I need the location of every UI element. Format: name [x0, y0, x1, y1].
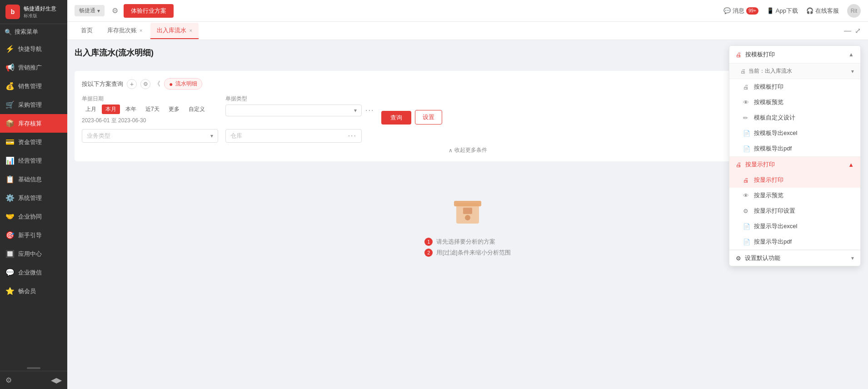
operations-icon: 📊: [5, 156, 15, 165]
doctype-label: 单据类型: [225, 95, 374, 103]
filter-group-doctype: 单据类型 ▾ ···: [225, 95, 374, 116]
display-settings-icon: ⚙: [743, 208, 750, 214]
sidebar-item-system[interactable]: ⚙️ 系统管理: [0, 189, 67, 207]
online-service-button[interactable]: 🎧 在线客服: [806, 7, 839, 15]
sidebar-item-purchase[interactable]: 🛒 采购管理: [0, 95, 67, 114]
display-pdf-icon: 📄: [743, 239, 750, 245]
display-excel-icon: 📄: [743, 223, 750, 230]
app-download-icon: 📱: [767, 7, 774, 14]
dropdown-item-template-print[interactable]: 🖨 按模板打印: [729, 79, 860, 95]
chip-icon: ●: [169, 80, 173, 88]
dropdown-header: 🖨 按模板打印 ▲: [729, 46, 860, 64]
sidebar-item-guide[interactable]: 🎯 新手引导: [0, 226, 67, 244]
system-icon: ⚙️: [5, 194, 15, 202]
dropdown-item-template-export-pdf[interactable]: 📄 按模板导出pdf: [729, 141, 860, 156]
display-preview-icon: 👁: [743, 192, 750, 199]
plus-icon: +: [130, 80, 134, 88]
purchase-icon: 🛒: [5, 100, 15, 109]
template-custom-icon: ✏: [743, 115, 750, 121]
svg-rect-2: [463, 208, 472, 214]
settings-button[interactable]: 设置: [415, 110, 442, 125]
dropdown-item-template-export-excel[interactable]: 📄 按模板导出excel: [729, 125, 860, 141]
tab-inventory-batch[interactable]: 库存批次账 ×: [101, 23, 149, 39]
dropdown-collapse-icon[interactable]: ▲: [848, 51, 854, 58]
svg-rect-1: [454, 201, 481, 206]
query-button[interactable]: 查询: [381, 111, 411, 125]
sidebar-item-corp[interactable]: 🤝 企业协同: [0, 207, 67, 226]
date-tab-current-year[interactable]: 本年: [122, 105, 140, 114]
filter-label: 按以下方案查询: [82, 80, 123, 88]
sub-header-icon: 🖨: [740, 68, 746, 75]
dropdown-item-display-preview[interactable]: 👁 按显示预览: [729, 188, 860, 203]
messages-button[interactable]: 💬 消息 99+: [723, 7, 758, 15]
sidebar-item-shortcut[interactable]: ⚡ 快捷导航: [0, 40, 67, 58]
sidebar-item-marketing[interactable]: 📢 营销推广: [0, 58, 67, 77]
tab-home[interactable]: 首页: [75, 23, 99, 39]
sidebar-item-wechat[interactable]: 💬 企业微信: [0, 263, 67, 282]
dropdown-item-display-export-excel[interactable]: 📄 按显示导出excel: [729, 219, 860, 234]
minimize-btn[interactable]: —: [844, 27, 851, 35]
dropdown-item-template-preview[interactable]: 👁 按模板预览: [729, 95, 860, 110]
inventory-icon: 📦: [5, 119, 15, 128]
filter-chip-flow[interactable]: ● 流水明细: [164, 78, 202, 90]
sidebar-item-apps[interactable]: 🔲 应用中心: [0, 244, 67, 263]
filter-group-biztype: 业务类型 ▾: [82, 129, 218, 143]
biztype-arrow: ▾: [210, 133, 213, 139]
date-tab-current-month[interactable]: 本月: [102, 105, 120, 114]
biztype-select[interactable]: 业务类型 ▾: [82, 129, 218, 143]
warehouse-select[interactable]: 仓库 ···: [225, 129, 362, 143]
dropdown-footer-settings[interactable]: ⚙ 设置默认功能 ▾: [729, 250, 860, 266]
sales-icon: 💰: [5, 82, 15, 90]
template-pdf-icon: 📄: [743, 145, 750, 152]
settings-icon[interactable]: ⚙: [5, 376, 12, 384]
account-selector[interactable]: 畅捷通 ▾: [75, 5, 105, 16]
date-tab-more[interactable]: 更多: [165, 105, 183, 114]
empty-illustration: [449, 194, 486, 230]
display-section-arrow: ▲: [848, 161, 854, 168]
sidebar-item-member[interactable]: ⭐ 畅会员: [0, 282, 67, 300]
search-icon: 🔍: [5, 29, 12, 35]
member-icon: ⭐: [5, 287, 15, 295]
sidebar-item-operations[interactable]: 📊 经营管理: [0, 151, 67, 170]
doctype-select[interactable]: ▾: [225, 105, 362, 116]
date-tab-custom[interactable]: 自定义: [185, 105, 209, 114]
corp-icon: 🤝: [5, 212, 15, 221]
dropdown-item-display-print[interactable]: 🖨 按显示打印: [729, 172, 860, 188]
tab-inventory-flow-close[interactable]: ×: [189, 28, 192, 33]
filter-collapse-button[interactable]: 《: [154, 80, 160, 88]
collapse-sidebar-icon[interactable]: ◀▶: [51, 376, 62, 384]
main-content: 畅捷通 ▾ ⚙ 体验行业方案 💬 消息 99+ 📱 App下载 🎧 在线客服 R…: [67, 0, 868, 389]
industry-solution-button[interactable]: 体验行业方案: [124, 4, 174, 18]
sidebar-item-finance[interactable]: 💳 资金管理: [0, 133, 67, 151]
user-avatar[interactable]: Rit: [847, 4, 861, 18]
dropdown-item-template-custom[interactable]: ✏ 模板自定义设计: [729, 110, 860, 125]
date-tab-last-month[interactable]: 上月: [82, 105, 100, 114]
sidebar-item-sales[interactable]: 💰 销售管理: [0, 77, 67, 95]
sidebar-item-inventory[interactable]: 📦 库存核算: [0, 114, 67, 133]
dropdown-item-display-print-settings[interactable]: ⚙ 按显示打印设置: [729, 203, 860, 219]
date-tabs: 上月 本月 本年 近7天 更多 自定义: [82, 105, 218, 114]
template-excel-icon: 📄: [743, 130, 750, 137]
step-num-2: 2: [424, 249, 433, 257]
online-service-icon: 🎧: [806, 7, 813, 14]
basic-icon: 📋: [5, 175, 15, 184]
search-menu-item[interactable]: 🔍 搜索菜单: [0, 24, 67, 40]
filter-add-button[interactable]: +: [127, 79, 137, 89]
tab-inventory-flow[interactable]: 出入库流水 ×: [150, 23, 198, 39]
tabs-controls: — ⤢: [844, 26, 861, 35]
maximize-btn[interactable]: ⤢: [855, 26, 861, 35]
sidebar-item-basic[interactable]: 📋 基础信息: [0, 170, 67, 189]
dropdown-section-display[interactable]: 🖨 按显示打印 ▲: [729, 157, 860, 172]
doctype-more-button[interactable]: ···: [365, 106, 374, 115]
marketing-icon: 📢: [5, 63, 15, 72]
app-download-button[interactable]: 📱 App下载: [767, 7, 798, 15]
dropdown-item-display-export-pdf[interactable]: 📄 按显示导出pdf: [729, 234, 860, 249]
warehouse-more-icon: ···: [348, 132, 357, 140]
collapse-up-icon: ∧: [449, 147, 453, 154]
topbar-gear-icon[interactable]: ⚙: [112, 6, 118, 15]
template-print-icon: 🖨: [743, 84, 750, 90]
filter-settings-button[interactable]: ⚙: [140, 79, 150, 89]
date-tab-last-7-days[interactable]: 近7天: [142, 105, 163, 114]
empty-steps: 1 请先选择要分析的方案 2 用[过滤]条件来缩小分析范围: [424, 238, 510, 259]
tab-inventory-batch-close[interactable]: ×: [140, 28, 142, 33]
